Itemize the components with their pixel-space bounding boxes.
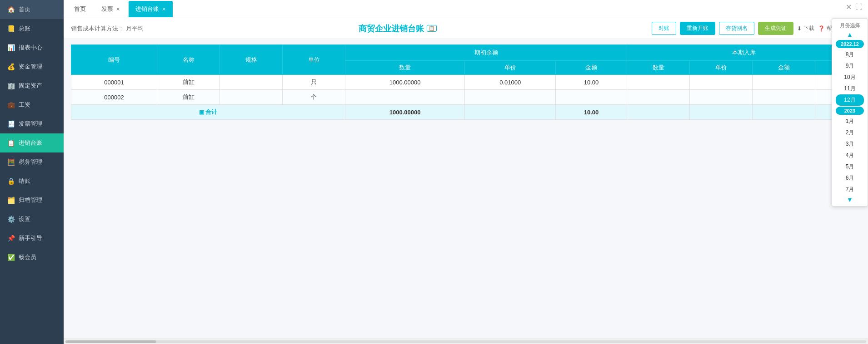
month-10[interactable]: 10月 [832, 72, 868, 83]
month-4[interactable]: 4月 [832, 150, 868, 161]
tab-invoice[interactable]: 发票 ✕ [95, 1, 127, 17]
year-2023-label: 2023 [836, 107, 864, 115]
reopen-button[interactable]: 重新开账 [680, 22, 715, 35]
scrollbar-track [65, 340, 866, 343]
save-alias-button[interactable]: 存货别名 [719, 22, 754, 35]
cell-qty-in [627, 90, 690, 105]
tab-invoice-close[interactable]: ✕ [116, 6, 120, 12]
close-window-button[interactable]: ✕ [846, 3, 852, 11]
content-area: 销售成本计算方法： 月平均 商贸企业进销台账 📋 对账 重新开账 存货别名 生成… [64, 18, 868, 344]
download-button[interactable]: ⬇ 下载 [797, 25, 814, 32]
sidebar-item-label: 设置 [19, 215, 30, 223]
tax-icon: 🧮 [7, 158, 15, 166]
assets-icon: 🏢 [7, 82, 15, 89]
download-label: 下载 [803, 25, 814, 32]
month-9[interactable]: 9月 [832, 60, 868, 72]
tab-purchase-ledger-label: 进销台账 [135, 5, 159, 13]
cell-amt-init [555, 90, 627, 105]
total-qty-in [627, 105, 690, 120]
cell-price-init: 0.01000 [465, 75, 556, 90]
col-header-inbound: 本期入库 [627, 45, 861, 61]
month-5[interactable]: 5月 [832, 161, 868, 172]
col-sub-qty-in: 数量 [627, 61, 690, 75]
download-icon: ⬇ [797, 25, 802, 32]
table-row: 000002 前缸 个 [71, 90, 861, 105]
sidebar-item-salary[interactable]: 💼 工资 [0, 95, 64, 114]
main-table: 编号 名称 规格 单位 期初余额 本期入库 数量 单价 金额 数量 单价 金额 [71, 44, 861, 120]
cell-qty-init [345, 90, 465, 105]
month-nav-down[interactable]: ▼ [832, 195, 868, 204]
month-8[interactable]: 8月 [832, 49, 868, 60]
sidebar-item-home[interactable]: 🏠 首页 [0, 0, 64, 19]
cell-amt-in [753, 90, 815, 105]
total-price-in [690, 105, 753, 120]
closing-icon: 🔒 [7, 177, 15, 185]
page-title: 商贸企业进销台账 [359, 23, 424, 34]
month-12[interactable]: 12月 [836, 94, 864, 106]
tab-invoice-label: 发票 [101, 5, 113, 13]
col-header-id: 编号 [71, 45, 157, 75]
col-header-name: 名称 [157, 45, 220, 75]
sidebar-item-tax[interactable]: 🧮 税务管理 [0, 152, 64, 172]
tab-home[interactable]: 首页 [67, 1, 93, 17]
cell-price-in [690, 75, 753, 90]
generate-voucher-button[interactable]: 生成凭证 [758, 22, 793, 35]
sidebar-item-closing[interactable]: 🔒 结账 [0, 172, 64, 191]
month-6[interactable]: 6月 [832, 172, 868, 184]
sidebar-item-guide[interactable]: 📌 新手引导 [0, 229, 64, 248]
toolbar: 对账 重新开账 存货别名 生成凭证 ⬇ 下载 ❓ 帮助 🔄 刷新 [652, 22, 861, 35]
sidebar-item-label: 资金管理 [19, 63, 42, 71]
purchase-ledger-icon: 📋 [7, 139, 15, 147]
reports-icon: 📊 [7, 44, 15, 51]
sidebar-item-member[interactable]: ✅ 畅会员 [0, 248, 64, 267]
total-amt-init: 10.00 [555, 105, 627, 120]
cost-method-value: 月平均 [126, 25, 144, 32]
tab-purchase-ledger-close[interactable]: ✕ [162, 6, 166, 12]
maximize-window-button[interactable]: ⛶ [855, 3, 863, 11]
cell-qty-in [627, 75, 690, 90]
col-sub-price-in: 单价 [690, 61, 753, 75]
month-2[interactable]: 2月 [832, 127, 868, 138]
month-7[interactable]: 7月 [832, 184, 868, 195]
sidebar-item-archive[interactable]: 🗂️ 归档管理 [0, 191, 64, 210]
sidebar-item-label: 报表中心 [19, 44, 42, 52]
sidebar-item-invoice-mgmt[interactable]: 🧾 发票管理 [0, 114, 64, 133]
sidebar-item-label: 固定资产 [19, 82, 42, 90]
sidebar-item-funds[interactable]: 💰 资金管理 [0, 57, 64, 76]
tab-bar: 首页 发票 ✕ 进销台账 ✕ [64, 0, 868, 18]
tab-home-label: 首页 [74, 5, 86, 13]
sidebar-item-assets[interactable]: 🏢 固定资产 [0, 76, 64, 95]
cell-name: 前缸 [157, 75, 220, 90]
sidebar-item-label: 税务管理 [19, 158, 42, 166]
cell-amt-init: 10.00 [555, 75, 627, 90]
col-sub-amt-init: 金额 [555, 61, 627, 75]
sidebar-item-label: 新手引导 [19, 234, 42, 242]
window-controls: ✕ ⛶ [846, 3, 863, 11]
scrollbar-thumb[interactable] [65, 340, 156, 343]
sidebar-item-purchase-ledger[interactable]: 📋 进销台账 [0, 133, 64, 152]
col-sub-qty-init: 数量 [345, 61, 465, 75]
sidebar-item-label: 畅会员 [19, 253, 36, 261]
sidebar-item-reports[interactable]: 📊 报表中心 [0, 38, 64, 57]
total-label: ▣ 合计 [71, 105, 345, 120]
month-1[interactable]: 1月 [832, 116, 868, 127]
horizontal-scrollbar[interactable] [64, 339, 868, 344]
sidebar-item-label: 总账 [19, 25, 30, 33]
tab-purchase-ledger[interactable]: 进销台账 ✕ [129, 1, 173, 17]
month-nav-up[interactable]: ▲ [832, 30, 868, 39]
archive-icon: 🗂️ [7, 197, 15, 204]
month-11[interactable]: 11月 [832, 83, 868, 94]
sidebar-item-settings[interactable]: ⚙️ 设置 [0, 210, 64, 229]
cell-id: 000001 [71, 75, 157, 90]
cell-unit: 个 [283, 90, 345, 105]
month-3[interactable]: 3月 [832, 138, 868, 150]
reconcile-button[interactable]: 对账 [652, 22, 676, 35]
cost-method: 销售成本计算方法： 月平均 [71, 25, 144, 33]
sidebar-item-ledger[interactable]: 📒 总账 [0, 19, 64, 38]
table-row: 000001 前缸 只 1000.00000 0.01000 10.00 [71, 75, 861, 90]
sidebar-item-label: 进销台账 [19, 139, 42, 147]
cell-id: 000002 [71, 90, 157, 105]
total-row: ▣ 合计 1000.00000 10.00 [71, 105, 861, 120]
total-qty-init: 1000.00000 [345, 105, 465, 120]
sidebar: 🏠 首页 📒 总账 📊 报表中心 💰 资金管理 🏢 固定资产 💼 工资 🧾 发票… [0, 0, 64, 344]
